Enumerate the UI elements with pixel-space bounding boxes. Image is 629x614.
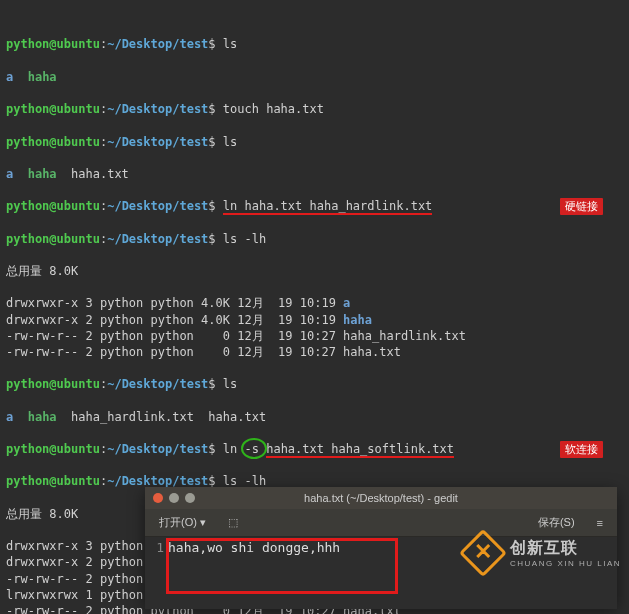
listing-row: -rw-rw-r-- 2 python python 0 12月 19 10:2…	[6, 328, 623, 344]
line-ls2: python@ubuntu:~/Desktop/test$ ls	[6, 134, 623, 150]
gedit-titlebar[interactable]: haha.txt (~/Desktop/test) - gedit	[145, 487, 617, 509]
watermark-logo-icon	[464, 534, 502, 572]
annotation-hardlink: 硬链接	[560, 198, 603, 215]
new-tab-button[interactable]: ⬚	[222, 514, 244, 531]
listing-row: drwxrwxr-x 3 python python 4.0K 12月 19 1…	[6, 295, 623, 311]
total1: 总用量 8.0K	[6, 263, 623, 279]
open-button[interactable]: 打开(O) ▾	[153, 513, 212, 532]
chevron-down-icon: ▾	[200, 516, 206, 529]
close-icon[interactable]	[153, 493, 163, 503]
listing-row: drwxrwxr-x 2 python python 4.0K 12月 19 1…	[6, 312, 623, 328]
save-button[interactable]: 保存(S)	[532, 513, 581, 532]
watermark: 创新互联 CHUANG XIN HU LIAN	[464, 534, 621, 572]
listing1: drwxrwxr-x 3 python python 4.0K 12月 19 1…	[6, 295, 623, 360]
line-ln-soft: python@ubuntu:~/Desktop/test$ ln -s haha…	[6, 441, 623, 457]
soft-flag-circle: -s	[245, 441, 259, 457]
watermark-en: CHUANG XIN HU LIAN	[510, 559, 621, 568]
ls-out2: a haha haha.txt	[6, 166, 623, 182]
watermark-cn: 创新互联	[510, 538, 621, 559]
ls-out1: a haha	[6, 69, 623, 85]
line-touch: python@ubuntu:~/Desktop/test$ touch haha…	[6, 101, 623, 117]
menu-icon[interactable]: ≡	[591, 515, 609, 531]
highlight-box	[166, 538, 398, 594]
line-ln-hard: python@ubuntu:~/Desktop/test$ ln haha.tx…	[6, 198, 623, 214]
line-number: 1	[150, 540, 164, 606]
line-ls3: python@ubuntu:~/Desktop/test$ ls	[6, 376, 623, 392]
gedit-title: haha.txt (~/Desktop/test) - gedit	[304, 492, 458, 504]
ls-out3: a haha haha_hardlink.txt haha.txt	[6, 409, 623, 425]
minimize-icon[interactable]	[169, 493, 179, 503]
annotation-softlink: 软连接	[560, 441, 603, 458]
gedit-toolbar: 打开(O) ▾ ⬚ 保存(S) ≡	[145, 509, 617, 537]
maximize-icon[interactable]	[185, 493, 195, 503]
line-lslh1: python@ubuntu:~/Desktop/test$ ls -lh	[6, 231, 623, 247]
line-ls1: python@ubuntu:~/Desktop/test$ ls	[6, 36, 623, 52]
window-controls[interactable]	[153, 493, 195, 503]
listing-row: -rw-rw-r-- 2 python python 0 12月 19 10:2…	[6, 344, 623, 360]
